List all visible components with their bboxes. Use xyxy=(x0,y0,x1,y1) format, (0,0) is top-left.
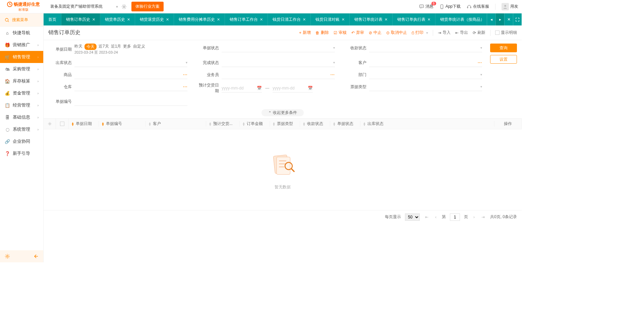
tab-3[interactable]: 销货退货历史✕ xyxy=(135,13,174,25)
tab-4[interactable]: 销售费用分摊单历史✕ xyxy=(174,13,225,25)
import-button[interactable]: ⇥导入 xyxy=(438,30,451,36)
sidebar-item-1[interactable]: 🎁营销推广› xyxy=(0,39,43,51)
tabs-scroll-right[interactable]: ▸ xyxy=(495,13,504,25)
query-button[interactable]: 查询 xyxy=(490,44,517,52)
filter-goods-input[interactable]: ··· xyxy=(74,70,187,79)
col-header[interactable]: ▲▼出库状态 xyxy=(360,121,494,127)
stop-button[interactable]: ⊘中止 xyxy=(369,30,382,36)
close-icon[interactable]: ✕ xyxy=(166,17,169,22)
sidebar-collapse-icon[interactable] xyxy=(33,254,39,259)
add-button[interactable]: +新增 xyxy=(299,30,311,36)
col-settings[interactable] xyxy=(44,119,56,129)
sidebar-search[interactable]: 搜索菜单 xyxy=(0,13,43,27)
tab-8[interactable]: 销售订单统计表✕ xyxy=(350,13,393,25)
date-preset[interactable]: 今天 xyxy=(84,44,97,50)
tab-10[interactable]: 销货单统计表（按商品）✕ xyxy=(435,13,487,25)
sidebar-item-7[interactable]: 🗄基础信息› xyxy=(0,111,43,123)
download-link[interactable]: App下载 xyxy=(440,4,461,9)
tab-9[interactable]: 销售订单执行表✕ xyxy=(393,13,435,25)
sidebar-item-5[interactable]: 💰资金管理› xyxy=(0,87,43,99)
close-icon[interactable]: ✕ xyxy=(342,17,345,22)
range-dash: — xyxy=(265,86,269,90)
export-button[interactable]: ⇤导出 xyxy=(455,30,468,36)
sidebar-item-6[interactable]: 📋经营管理› xyxy=(0,99,43,111)
gear-icon xyxy=(48,122,52,126)
unstop-button[interactable]: ⊙取消中止 xyxy=(386,30,407,36)
col-checkbox[interactable] xyxy=(56,119,68,129)
tab-1[interactable]: 销售订单历史✕ xyxy=(61,13,100,25)
filter-dept-input[interactable]: ▾ xyxy=(369,70,482,79)
page-input[interactable] xyxy=(450,213,460,221)
pager-prev[interactable]: ‹ xyxy=(434,215,438,219)
tabs-fullscreen[interactable] xyxy=(513,13,522,25)
col-header[interactable]: ▲▼收款状态 xyxy=(300,121,330,127)
tabs-scroll-left[interactable]: ◂ xyxy=(487,13,495,25)
tab-2[interactable]: 销货单历史✕ xyxy=(100,13,135,25)
refresh-button[interactable]: ⟳刷新 xyxy=(473,30,485,36)
col-header[interactable]: ▲▼客户 xyxy=(146,121,206,127)
sidebar-settings-icon[interactable] xyxy=(5,254,10,259)
close-icon[interactable]: ✕ xyxy=(486,17,487,22)
estdate-to[interactable]: yyyy-mm-dd📅 xyxy=(273,84,313,92)
delete-button[interactable]: 🗑删除 xyxy=(315,30,329,36)
filter-out-input[interactable]: ▾ xyxy=(74,58,187,67)
close-icon[interactable]: ✕ xyxy=(303,17,306,22)
pager-last[interactable]: ⇥ xyxy=(480,215,486,219)
filter-customer-input[interactable]: ··· xyxy=(369,58,482,67)
date-preset[interactable]: 近7天 xyxy=(99,44,109,50)
tab-label: 首页 xyxy=(48,17,56,22)
cta-button[interactable]: 体验行业方案 xyxy=(131,2,164,11)
date-preset[interactable]: 自定义 xyxy=(133,44,145,50)
filter-pay-input[interactable]: ▾ xyxy=(369,44,482,52)
page-size-select[interactable]: 50 xyxy=(405,213,420,221)
tab-6[interactable]: 钱货日清工作台✕ xyxy=(268,13,311,25)
date-preset[interactable]: 更多 xyxy=(123,44,131,50)
col-header[interactable]: ▲▼单据日期 xyxy=(69,121,99,127)
sidebar-item-9[interactable]: 🔗企业协同 xyxy=(0,135,43,147)
close-icon[interactable]: ✕ xyxy=(217,17,220,22)
sidebar-item-10[interactable]: ❓新手引导 xyxy=(0,147,43,159)
col-header[interactable]: ▲▼预计交货... xyxy=(206,121,240,127)
system-selector[interactable]: 装备及固定资产辅助管理系统 ▾ xyxy=(50,4,118,9)
filter-docno-input[interactable] xyxy=(74,97,187,106)
sidebar-item-3[interactable]: 🛍采购管理› xyxy=(0,63,43,75)
settings-gear-button[interactable] xyxy=(121,4,127,9)
tab-5[interactable]: 销售订单工作台✕ xyxy=(225,13,268,25)
close-icon[interactable]: ✕ xyxy=(127,17,130,22)
filter-ticket-input[interactable]: ▾ xyxy=(369,82,482,91)
filter-warehouse-input[interactable]: ··· xyxy=(74,82,187,91)
pager-first[interactable]: ⇤ xyxy=(424,215,430,219)
col-header[interactable]: ▲▼订单金额 xyxy=(240,121,270,127)
sidebar-item-0[interactable]: ⌂快捷导航 xyxy=(0,27,43,39)
tabs-close-all[interactable]: ✕ xyxy=(504,13,513,25)
estdate-from[interactable]: yyyy-mm-dd📅 xyxy=(222,84,262,92)
close-icon[interactable]: ✕ xyxy=(92,17,95,22)
close-icon[interactable]: ✕ xyxy=(385,17,388,22)
close-icon[interactable]: ✕ xyxy=(260,17,263,22)
messages-link[interactable]: 消息 6 xyxy=(419,4,433,9)
user-menu[interactable]: 用友 xyxy=(502,3,518,10)
close-icon[interactable]: ✕ xyxy=(427,17,430,22)
filter-complete-input[interactable]: ▾ xyxy=(222,58,335,67)
tab-7[interactable]: 钱货日清对账✕ xyxy=(311,13,350,25)
col-header[interactable]: ▲▼单据状态 xyxy=(330,121,360,127)
sidebar-item-2[interactable]: 🛒销售管理› xyxy=(0,51,43,63)
date-preset[interactable]: 昨天 xyxy=(74,44,82,50)
date-preset[interactable]: 近1月 xyxy=(111,44,121,50)
config-button[interactable]: 设置 xyxy=(490,55,517,64)
print-button[interactable]: ⎙打印▾ xyxy=(412,30,428,36)
col-header[interactable]: ▲▼单据编号 xyxy=(99,121,146,127)
filter-salesperson-input[interactable]: ··· xyxy=(222,70,335,79)
audit-button[interactable]: ☑审核 xyxy=(334,30,347,36)
pager-next[interactable]: › xyxy=(472,215,476,219)
sidebar-item-4[interactable]: 🏠库存核算› xyxy=(0,75,43,87)
col-header[interactable]: ▲▼票据类型 xyxy=(270,121,300,127)
support-link[interactable]: 在线客服 xyxy=(467,4,489,9)
tab-0[interactable]: 首页 xyxy=(44,13,61,25)
sidebar-item-8[interactable]: ◌系统管理› xyxy=(0,123,43,135)
showdetail-toggle[interactable]: 显示明细 xyxy=(495,30,517,36)
refresh-icon: ⟳ xyxy=(473,30,476,35)
collapse-filters-button[interactable]: ⌃ 收起更多条件 xyxy=(261,109,304,116)
filter-status-input[interactable]: ▾ xyxy=(222,44,335,52)
discard-button[interactable]: ↶弃审 xyxy=(351,30,364,36)
